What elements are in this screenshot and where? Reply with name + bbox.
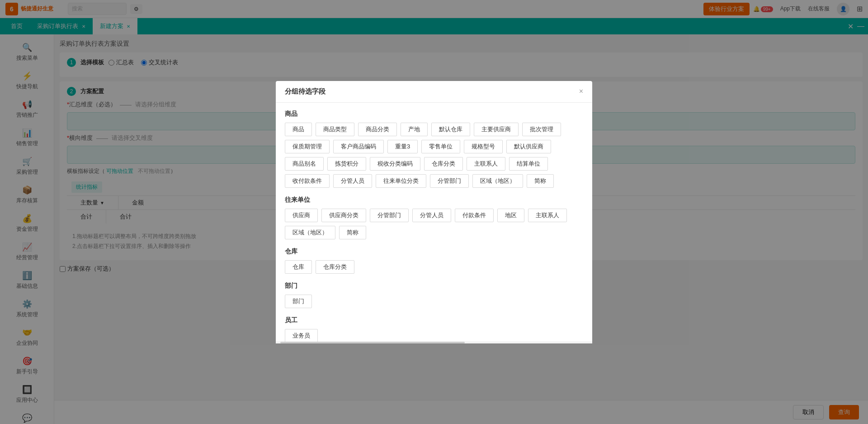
modal-title: 分组待选字段 [285, 87, 326, 96]
field-tags-container: 供应商供应商分类分管部门分管人员付款条件地区主联系人区域（地区）简称 [285, 209, 583, 239]
field-section-部门: 部门部门 [285, 282, 583, 308]
field-section-商品: 商品商品商品类型商品分类产地默认仓库主要供应商批次管理保质期管理客户商品编码重量… [285, 110, 583, 188]
field-tag[interactable]: 供应商分类 [321, 209, 366, 222]
field-tag[interactable]: 主联系人 [528, 209, 567, 222]
modal-header: 分组待选字段 × [276, 81, 592, 103]
field-tag[interactable]: 规格型号 [464, 140, 503, 153]
field-tag[interactable]: 客户商品编码 [333, 140, 384, 153]
field-tags-container: 商品商品类型商品分类产地默认仓库主要供应商批次管理保质期管理客户商品编码重量3零… [285, 123, 583, 188]
field-tag[interactable]: 简称 [339, 226, 366, 239]
modal-overlay: 分组待选字段 × 商品商品商品类型商品分类产地默认仓库主要供应商批次管理保质期管… [0, 0, 868, 424]
field-section-仓库: 仓库仓库仓库分类 [285, 248, 583, 274]
field-tag[interactable]: 商品 [285, 123, 312, 136]
field-section-员工: 员工业务员 [285, 316, 583, 342]
field-tag[interactable]: 零售单位 [421, 140, 460, 153]
field-section-往来单位: 往来单位供应商供应商分类分管部门分管人员付款条件地区主联系人区域（地区）简称 [285, 196, 583, 239]
field-tag[interactable]: 默认仓库 [431, 123, 470, 136]
field-tag[interactable]: 重量3 [387, 140, 418, 153]
modal-close-button[interactable]: × [579, 87, 583, 95]
field-tag[interactable]: 主联系人 [467, 157, 505, 171]
field-tag[interactable]: 区域（地区） [285, 226, 335, 239]
field-tag[interactable]: 付款条件 [455, 209, 494, 222]
field-tag[interactable]: 结算单位 [509, 157, 548, 171]
field-tag[interactable]: 区域（地区） [472, 174, 523, 188]
field-section-title: 部门 [285, 282, 583, 290]
field-tag[interactable]: 仓库分类 [424, 157, 463, 171]
field-tag[interactable]: 分管部门 [370, 209, 409, 222]
field-tags-container: 仓库仓库分类 [285, 260, 583, 274]
modal-body: 商品商品商品类型商品分类产地默认仓库主要供应商批次管理保质期管理客户商品编码重量… [276, 103, 592, 342]
field-section-title: 往来单位 [285, 196, 583, 204]
field-tag[interactable]: 业务员 [285, 329, 318, 342]
field-section-title: 员工 [285, 316, 583, 324]
field-tag[interactable]: 保质期管理 [285, 140, 330, 153]
field-tag[interactable]: 税收分类编码 [370, 157, 420, 171]
field-tags-container: 业务员 [285, 329, 583, 342]
field-section-title: 商品 [285, 110, 583, 118]
modal-hscroll[interactable] [276, 342, 592, 343]
field-tag[interactable]: 仓库分类 [316, 260, 354, 274]
field-tag[interactable]: 商品别名 [285, 157, 324, 171]
field-tag[interactable]: 供应商 [285, 209, 318, 222]
field-tag[interactable]: 简称 [527, 174, 554, 188]
field-tag[interactable]: 分管人员 [333, 174, 372, 188]
field-tag[interactable]: 默认供应商 [506, 140, 551, 153]
field-tag[interactable]: 部门 [285, 295, 312, 308]
field-tag[interactable]: 仓库 [285, 260, 312, 274]
field-tag[interactable]: 收付款条件 [285, 174, 330, 188]
field-tag[interactable]: 地区 [497, 209, 524, 222]
field-tag[interactable]: 往来单位分类 [376, 174, 426, 188]
field-tag[interactable]: 商品分类 [358, 123, 397, 136]
field-tag[interactable]: 分管人员 [412, 209, 451, 222]
field-tag[interactable]: 主要供应商 [474, 123, 519, 136]
field-section-title: 仓库 [285, 248, 583, 256]
field-tags-container: 部门 [285, 295, 583, 308]
field-tag[interactable]: 产地 [401, 123, 428, 136]
field-tag[interactable]: 商品类型 [316, 123, 354, 136]
field-tag[interactable]: 分管部门 [430, 174, 469, 188]
field-tag[interactable]: 批次管理 [522, 123, 561, 136]
modal-dialog: 分组待选字段 × 商品商品商品类型商品分类产地默认仓库主要供应商批次管理保质期管… [276, 81, 592, 343]
field-tag[interactable]: 拣货积分 [327, 157, 366, 171]
